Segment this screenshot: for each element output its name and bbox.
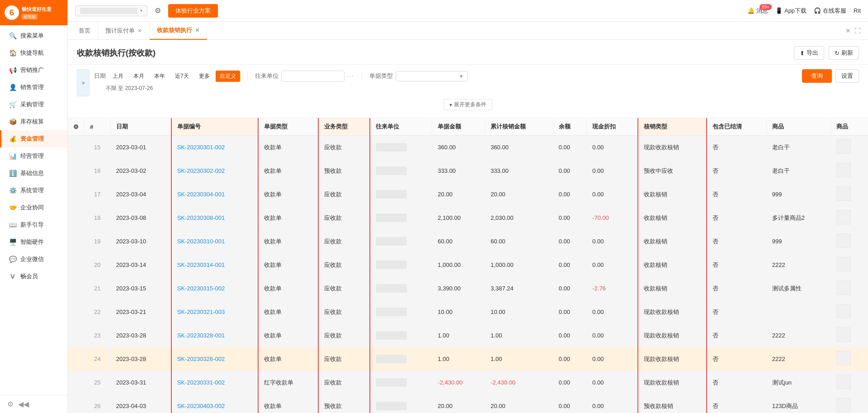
cell-product-img: [830, 394, 868, 413]
cell-doc-type: 收款单: [258, 136, 318, 159]
settings-bottom-icon[interactable]: ⚙: [7, 400, 14, 408]
table-body: 152023-03-01SK-20230301-002收款单应收款 360.00…: [68, 136, 868, 413]
hardware-icon: 🖥️: [9, 238, 17, 246]
tab-collection[interactable]: 收款核销执行 ✕: [150, 22, 207, 40]
sidebar-item-guide[interactable]: 📖 新手引导: [0, 216, 67, 233]
company-selector[interactable]: ▾: [75, 5, 147, 16]
tab-prepay[interactable]: 预计应付单 ✕: [98, 22, 150, 40]
cell-product: 999: [766, 230, 830, 253]
expand-conditions-button[interactable]: ▾ 展开更多条件: [443, 99, 492, 110]
cell-row-num: 24: [85, 347, 111, 371]
header-right: 🔔 消息 99+ 📱 App下载 🎧 在线客服 Rit: [747, 7, 861, 15]
cell-discount: -70.00: [587, 206, 638, 230]
cell-doc-no[interactable]: SK-20230321-003: [171, 300, 258, 324]
cell-biz-type: 应收款: [318, 324, 370, 347]
cell-product: 老白干: [766, 136, 830, 159]
cell-doc-type: 收款单: [258, 300, 318, 324]
cell-doc-no[interactable]: SK-20230315-002: [171, 277, 258, 300]
export-button[interactable]: ⬆ 导出: [794, 46, 824, 60]
cell-cancel-type: 预收中应收: [638, 159, 707, 183]
cell-include-settled: 否: [707, 136, 766, 159]
cell-balance: 0.00: [553, 136, 587, 159]
sidebar-item-sales[interactable]: 👤 销售管理: [0, 79, 67, 96]
cell-product-img: [830, 230, 868, 253]
cell-date: 2023-03-08: [110, 206, 171, 230]
filter-partner: 往来单位 ···: [255, 71, 354, 82]
tab-home[interactable]: 首页: [71, 22, 98, 40]
cell-cumulative: -2,430.00: [485, 371, 553, 394]
online-service-button[interactable]: 🎧 在线客服: [814, 7, 846, 15]
settings-button[interactable]: 设置: [835, 69, 859, 83]
sidebar-item-operations[interactable]: 📊 经营管理: [0, 147, 67, 165]
cell-balance: 0.00: [553, 394, 587, 413]
sidebar-item-purchase[interactable]: 🛒 采购管理: [0, 96, 67, 113]
date-btn-7days[interactable]: 近7天: [171, 71, 193, 82]
date-btn-last-month[interactable]: 上月: [108, 71, 127, 82]
th-doc-no: 单据编号: [171, 118, 258, 136]
cell-partner: [370, 183, 432, 206]
cell-doc-no[interactable]: SK-20230310-001: [171, 230, 258, 253]
tab-collection-close[interactable]: ✕: [195, 27, 199, 33]
th-partner: 往来单位: [370, 118, 432, 136]
query-button[interactable]: 查询: [802, 69, 832, 83]
tab-prepay-close[interactable]: ✕: [137, 28, 142, 34]
sidebar-item-member[interactable]: V 畅会员: [0, 268, 67, 285]
cell-cancel-type: 预收款核销: [638, 394, 707, 413]
collapse-icon[interactable]: ◀◀: [18, 400, 29, 408]
cell-biz-type: 预收款: [318, 394, 370, 413]
sidebar-item-inventory[interactable]: 📦 库存核算: [0, 113, 67, 130]
gear-icon[interactable]: ⚙: [155, 6, 161, 15]
cell-doc-no[interactable]: SK-20230328-001: [171, 324, 258, 347]
partner-input[interactable]: [281, 71, 344, 82]
date-btn-custom[interactable]: 自定义: [216, 71, 240, 82]
date-btn-more[interactable]: 更多: [195, 71, 214, 82]
cell-doc-no[interactable]: SK-20230331-002: [171, 371, 258, 394]
table-row: 182023-03-08SK-20230308-001收款单应收款 2,100.…: [68, 206, 868, 230]
date-btn-this-month[interactable]: 本月: [129, 71, 148, 82]
sidebar-item-hardware[interactable]: 🖥️ 智能硬件: [0, 233, 67, 251]
sidebar-item-quicknav[interactable]: 🏠 快捷导航: [0, 44, 67, 62]
cell-amount: 360.00: [432, 136, 485, 159]
cell-discount: 0.00: [587, 324, 638, 347]
close-window-icon[interactable]: ✕: [845, 27, 851, 34]
cell-date: 2023-04-03: [110, 394, 171, 413]
sidebar-item-enterprise[interactable]: 🤝 企业协同: [0, 199, 67, 216]
sidebar-item-wechat[interactable]: 💬 企业微信: [0, 251, 67, 268]
cell-cumulative: 1.00: [485, 324, 553, 347]
cell-doc-no[interactable]: SK-20230314-001: [171, 253, 258, 277]
sidebar-item-system[interactable]: ⚙️ 系统管理: [0, 182, 67, 199]
filter-date: 日期 上月 本月 本年 近7天 更多 自定义: [94, 71, 240, 82]
cell-doc-no[interactable]: SK-20230308-001: [171, 206, 258, 230]
industry-solution-button[interactable]: 体验行业方案: [168, 4, 218, 18]
cell-row-num: 20: [85, 253, 111, 277]
notice-button[interactable]: 🔔 消息 99+: [747, 7, 768, 15]
cell-include-settled: 否: [707, 277, 766, 300]
cell-partner: [370, 206, 432, 230]
th-biz-type: 业务类型: [318, 118, 370, 136]
cell-doc-type: 收款单: [258, 183, 318, 206]
cell-doc-no[interactable]: SK-20230403-002: [171, 394, 258, 413]
cell-include-settled: 否: [707, 371, 766, 394]
cell-doc-no[interactable]: SK-20230302-002: [171, 159, 258, 183]
cell-date: 2023-03-10: [110, 230, 171, 253]
cell-doc-no[interactable]: SK-20230304-001: [171, 183, 258, 206]
sidebar-item-finance[interactable]: 💰 资金管理: [0, 130, 67, 147]
app-download-button[interactable]: 📱 App下载: [775, 7, 807, 15]
cell-doc-no[interactable]: SK-20230301-002: [171, 136, 258, 159]
table-row: 212023-03-15SK-20230315-002收款单应收款 3,390.…: [68, 277, 868, 300]
partner-more-icon[interactable]: ···: [347, 73, 354, 79]
maximize-window-icon[interactable]: ⛶: [854, 27, 861, 34]
date-btn-this-year[interactable]: 本年: [150, 71, 169, 82]
th-settings[interactable]: ⚙: [68, 118, 85, 136]
cell-amount: 3,390.00: [432, 277, 485, 300]
cell-biz-type: 应收款: [318, 371, 370, 394]
sidebar-item-search[interactable]: 🔍 搜索菜单: [0, 27, 67, 44]
filter-collapse-btn[interactable]: »: [77, 69, 90, 96]
sidebar-item-marketing[interactable]: 📢 营销推广: [0, 62, 67, 79]
refresh-button[interactable]: ↻ 刷新: [829, 46, 859, 60]
user-info[interactable]: Rit: [854, 7, 861, 14]
operations-icon: 📊: [9, 152, 17, 160]
cell-balance: 0.00: [553, 206, 587, 230]
sidebar-item-basic[interactable]: ℹ️ 基础信息: [0, 165, 67, 182]
cell-doc-no[interactable]: SK-20230328-002: [171, 347, 258, 371]
